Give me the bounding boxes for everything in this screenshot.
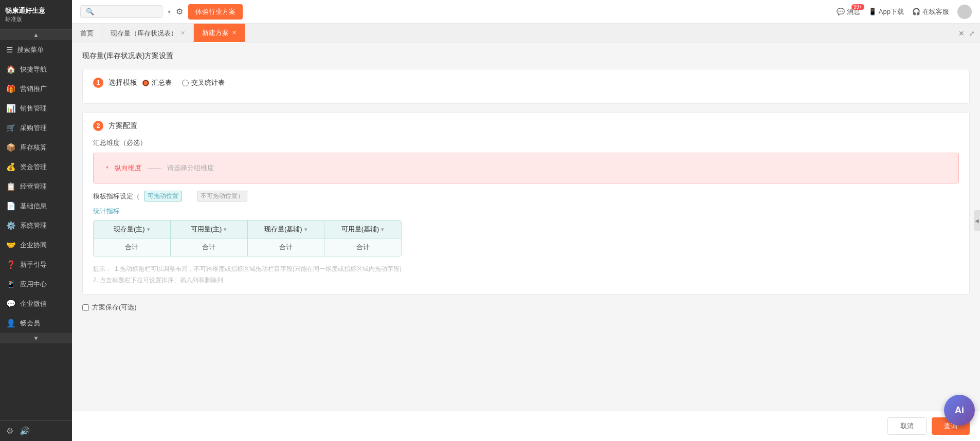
- tabs-actions: ✕ ⤢: [953, 29, 980, 38]
- stats-table-body: 合计 合计 合计 合计: [94, 238, 401, 256]
- stats-col-1[interactable]: 可用量(主) ▾: [171, 220, 248, 238]
- scroll-down-button[interactable]: ▼: [0, 333, 72, 343]
- person-icon: 👤: [6, 319, 16, 328]
- step1-title: 选择模板: [108, 78, 137, 87]
- sidebar-item-label: 企业微信: [20, 299, 47, 308]
- sidebar-item-sales[interactable]: 📊 销售管理: [0, 99, 72, 118]
- sidebar-item-label: 新手引导: [20, 260, 47, 269]
- messages-button[interactable]: 💬 消息 99+: [837, 7, 860, 16]
- sidebar-item-label: 搜索菜单: [17, 45, 44, 54]
- sidebar-item-finance[interactable]: 💰 资金管理: [0, 157, 72, 177]
- tab-home[interactable]: 首页: [72, 24, 102, 43]
- sidebar-item-label: 资金管理: [20, 162, 47, 172]
- app-label: App下载: [879, 7, 904, 16]
- save-section: 方案保存(可选): [82, 303, 970, 312]
- home-icon: 🏠: [6, 65, 16, 74]
- chevron-down-icon: ▾: [304, 226, 307, 233]
- settings-icon[interactable]: ⚙: [6, 426, 13, 436]
- close-icon[interactable]: ✕: [232, 29, 237, 36]
- cancel-button[interactable]: 取消: [887, 417, 927, 435]
- gift-icon: 🎁: [6, 84, 16, 94]
- sidebar-item-inventory[interactable]: 📦 库存核算: [0, 138, 72, 157]
- sidebar-item-label: 应用中心: [20, 280, 47, 289]
- trial-button[interactable]: 体验行业方案: [188, 4, 243, 20]
- scroll-up-button[interactable]: ▲: [0, 30, 72, 40]
- radio-cross[interactable]: 交叉统计表: [182, 78, 225, 87]
- search-icon: 🔍: [86, 8, 94, 15]
- stats-cell-1: 合计: [171, 238, 248, 256]
- sidebar-item-newbie[interactable]: ❓ 新手引导: [0, 255, 72, 274]
- audio-icon[interactable]: 🔊: [20, 426, 30, 436]
- sidebar-item-label: 采购管理: [20, 123, 47, 133]
- app-download-button[interactable]: 📱 App下载: [868, 7, 904, 16]
- sidebar-item-label: 系统管理: [20, 221, 47, 230]
- tips-section: 提示： 1.拖动标题栏可以调整布局，不可跨维度或指标区域拖动栏目字段(只能在同一…: [93, 264, 959, 286]
- right-expand-handle[interactable]: ◀: [974, 210, 980, 231]
- message-badge: 99+: [851, 4, 864, 10]
- sidebar-item-operations[interactable]: 📋 经营管理: [0, 177, 72, 196]
- sidebar-item-label: 库存核算: [20, 143, 47, 152]
- sidebar-item-label: 基础信息: [20, 201, 47, 211]
- sidebar-item-app-center[interactable]: 📱 应用中心: [0, 274, 72, 294]
- dimension-placeholder: 请选择分组维度: [167, 163, 214, 173]
- radio-summary-label: 汇总表: [152, 78, 172, 87]
- stats-col-2[interactable]: 现存量(基辅) ▾: [248, 220, 325, 238]
- avatar[interactable]: [957, 5, 972, 19]
- settings-icon[interactable]: ⚙: [176, 7, 183, 16]
- ai-float-button[interactable]: Ai: [944, 395, 975, 426]
- sidebar-item-search-menu[interactable]: ☰ 搜索菜单: [0, 40, 72, 60]
- sidebar-item-system[interactable]: ⚙️ 系统管理: [0, 216, 72, 235]
- sidebar-item-label: 经营管理: [20, 182, 47, 191]
- chevron-down-icon: ▾: [381, 226, 384, 233]
- search-input[interactable]: [97, 8, 149, 15]
- sidebar-item-label: 快捷导航: [20, 65, 47, 74]
- col-label-2: 现存量(基辅): [264, 225, 302, 234]
- tip-text-1: 2. 点击标题栏下拉可设置排序、插入列和删除列: [93, 275, 223, 286]
- tab-home-label: 首页: [80, 29, 94, 38]
- sidebar-item-label: 企业协同: [20, 241, 47, 250]
- search-box[interactable]: 🔍: [80, 5, 162, 18]
- sidebar-item-marketing[interactable]: 🎁 营销推广: [0, 79, 72, 99]
- chevron-down-icon[interactable]: ▾: [168, 8, 171, 15]
- sidebar-item-basic-info[interactable]: 📄 基础信息: [0, 196, 72, 216]
- gear-icon: ⚙️: [6, 221, 16, 230]
- step2-header: 2 方案配置: [93, 121, 959, 131]
- step1-section: 1 选择模板 汇总表 交叉统计表: [82, 69, 970, 104]
- step2-badge: 2: [93, 121, 103, 131]
- close-icon[interactable]: ✕: [180, 30, 185, 36]
- radio-summary[interactable]: 汇总表: [142, 78, 172, 87]
- col-label-1: 可用量(主): [191, 225, 222, 234]
- tab-inventory-status[interactable]: 现存量（库存状况表） ✕: [102, 24, 194, 43]
- step1-header: 1 选择模板 汇总表 交叉统计表: [93, 78, 959, 88]
- template-radio-group: 汇总表 交叉统计表: [142, 78, 225, 87]
- expand-icon[interactable]: ⤢: [969, 29, 975, 38]
- tab-inventory-label: 现存量（库存状况表）: [111, 29, 177, 38]
- step2-title: 方案配置: [108, 121, 137, 131]
- page-title: 现存量(库存状况表)方案设置: [82, 51, 970, 61]
- sidebar-item-member[interactable]: 👤 畅会员: [0, 314, 72, 333]
- stats-table: 现存量(主) ▾ 可用量(主) ▾ 现存量(基辅) ▾ 可用量(基辅) ▾: [93, 220, 402, 256]
- cart-icon: 🛒: [6, 123, 16, 133]
- col-label-3: 可用量(基辅): [341, 225, 379, 234]
- sidebar-item-enterprise[interactable]: 🤝 企业协同: [0, 235, 72, 255]
- save-checkbox[interactable]: [82, 304, 89, 311]
- online-service-button[interactable]: 🎧 在线客服: [912, 7, 949, 16]
- sidebar-item-wechat[interactable]: 💬 企业微信: [0, 294, 72, 314]
- close-window-icon[interactable]: ✕: [958, 29, 965, 38]
- indicator-separator: [186, 192, 193, 201]
- tip-item-0: 提示： 1.拖动标题栏可以调整布局，不可跨维度或指标区域拖动栏目字段(只能在同一…: [93, 264, 959, 275]
- stats-col-3[interactable]: 可用量(基辅) ▾: [324, 220, 401, 238]
- sidebar: 畅康通好生意 标准版 ▲ ☰ 搜索菜单 🏠 快捷导航 🎁 营销推广 📊 销售管理…: [0, 0, 72, 441]
- sidebar-item-purchase[interactable]: 🛒 采购管理: [0, 118, 72, 138]
- dimension-box[interactable]: * 纵向维度 —— 请选择分组维度: [93, 153, 959, 183]
- stats-col-0[interactable]: 现存量(主) ▾: [94, 220, 171, 238]
- headset-icon: 🎧: [912, 8, 920, 15]
- main-area: 🔍 ▾ ⚙ 体验行业方案 💬 消息 99+ 📱 App下载 🎧 在线客服: [72, 0, 980, 441]
- sidebar-item-label: 销售管理: [20, 104, 47, 113]
- tab-new-scheme[interactable]: 新建方案 ✕: [194, 24, 245, 43]
- sidebar-item-quick-nav[interactable]: 🏠 快捷导航: [0, 60, 72, 79]
- topbar-right: 💬 消息 99+ 📱 App下载 🎧 在线客服: [837, 5, 972, 19]
- dimension-arrow: ——: [148, 164, 161, 172]
- chat-icon: 💬: [6, 299, 16, 308]
- no-drag-badge: 不可拖动位置）: [197, 191, 247, 201]
